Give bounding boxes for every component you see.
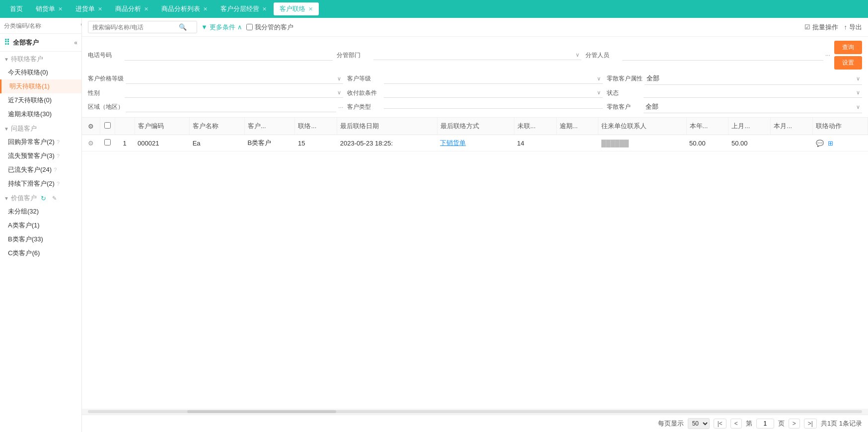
payment-chevron-icon: ∨ xyxy=(597,89,601,96)
status-select[interactable]: ∨ xyxy=(644,88,862,98)
phone-input[interactable] xyxy=(125,50,333,61)
action-buttons: 查询 设置 xyxy=(834,41,862,70)
nav-customer-contact[interactable]: 客户联络 ✕ xyxy=(274,2,319,15)
query-button[interactable]: 查询 xyxy=(834,41,862,54)
value-arrow-icon[interactable]: ▼ xyxy=(4,196,9,201)
sidebar-item-churn-warning[interactable]: 流失预警客户(3) ? xyxy=(0,149,81,163)
sidebar-item-repurchase-abnormal[interactable]: 回购异常客户(2) ? xyxy=(0,135,81,149)
close-customer-contact-icon[interactable]: ✕ xyxy=(308,6,313,12)
prev-page-button[interactable]: < xyxy=(730,419,742,429)
action-more-icon[interactable]: ⊞ xyxy=(828,140,833,147)
sidebar-all-icon: ⠿ xyxy=(4,38,10,47)
gender-chevron-icon: ∨ xyxy=(337,89,341,96)
sidebar-item-overdue-pending[interactable]: 逾期未联络(30) xyxy=(0,107,81,121)
settings-button[interactable]: 设置 xyxy=(834,56,862,70)
close-customer-tier-icon[interactable]: ✕ xyxy=(262,6,267,12)
row-last-month: 50.00 xyxy=(728,135,771,151)
filter-icon: ▼ xyxy=(201,23,208,31)
batch-operations-button[interactable]: ☑ 批量操作 xyxy=(804,23,838,32)
gender-select[interactable]: ∨ xyxy=(125,88,343,98)
retail-attr-select[interactable]: 全部 ∨ xyxy=(645,72,862,85)
customer-level-chevron-icon: ∨ xyxy=(337,75,341,82)
filter-more-button[interactable]: ▼ 更多条件 ∧ xyxy=(201,23,242,32)
area-input[interactable] xyxy=(126,102,336,112)
customer-type-select[interactable] xyxy=(384,105,602,109)
nav-product-analysis[interactable]: 商品分析 ✕ xyxy=(109,2,154,15)
search-icon[interactable]: 🔍 xyxy=(179,23,187,31)
retail-customer-select[interactable]: 全部 ∨ xyxy=(644,101,862,113)
close-product-analysis-icon[interactable]: ✕ xyxy=(144,6,148,12)
page-size-select[interactable]: 50 xyxy=(688,418,710,429)
th-check xyxy=(100,118,115,135)
sidebar-value-section: ▼ 价值客户 ↻ ✎ xyxy=(0,191,81,205)
close-sales-order-icon[interactable]: ✕ xyxy=(58,6,63,12)
th-customer-type: 客户... xyxy=(244,118,295,135)
retail-attr-chevron-icon: ∨ xyxy=(856,75,860,82)
sidebar-problem-section: ▼ 问题客户 xyxy=(0,121,81,135)
th-overdue: 逾期... xyxy=(556,118,598,135)
nav-product-analysis-list[interactable]: 商品分析列表 ✕ xyxy=(155,2,214,15)
first-page-button[interactable]: |< xyxy=(714,419,726,429)
customer-grade-select[interactable]: ∨ xyxy=(384,74,602,84)
close-product-analysis-list-icon[interactable]: ✕ xyxy=(203,6,208,12)
my-customer-checkbox[interactable] xyxy=(246,24,253,30)
area-more-icon[interactable]: ··· xyxy=(338,104,343,111)
row-uncontacted: 14 xyxy=(514,135,556,151)
search-input[interactable] xyxy=(92,24,177,31)
th-last-date: 最后联络日期 xyxy=(337,118,437,135)
scrollbar-thumb[interactable] xyxy=(187,410,336,413)
value-edit-icon[interactable]: ✎ xyxy=(52,195,57,202)
sidebar-item-b-class[interactable]: B类客户(33) xyxy=(0,232,81,246)
pending-arrow-icon[interactable]: ▼ xyxy=(4,57,9,62)
export-button[interactable]: ↑ 导出 xyxy=(844,23,863,32)
next-page-button[interactable]: > xyxy=(789,419,800,429)
row-checkbox[interactable] xyxy=(104,139,111,145)
th-gear: ⚙ xyxy=(82,118,100,135)
row-gear-icon[interactable]: ⚙ xyxy=(88,140,94,147)
problem-arrow-icon[interactable]: ▼ xyxy=(4,126,9,132)
dept-chevron-icon: ∨ xyxy=(576,52,579,58)
sidebar-item-tomorrow-pending[interactable]: 明天待联络(1) xyxy=(0,79,81,93)
action-comment-icon[interactable]: 💬 xyxy=(816,140,824,147)
filter-retail-customer: 零散客户 全部 ∨ xyxy=(607,101,862,113)
th-last-month: 上月... xyxy=(728,118,771,135)
filter-retail-attr: 零散客户属性 全部 ∨ xyxy=(607,72,862,85)
filter-panel: 电话号码 分管部门 ∨ 分管人员 ··· 查询 设置 xyxy=(82,37,868,118)
content-area: 🔍 ▼ 更多条件 ∧ 我分管的客户 ☑ 批量操作 ↑ 导出 xyxy=(82,18,868,432)
th-uncontacted: 未联... xyxy=(514,118,556,135)
person-input[interactable] xyxy=(622,50,823,61)
sidebar-search-input[interactable] xyxy=(4,22,78,29)
search-bar: 🔍 xyxy=(88,21,197,33)
select-all-checkbox[interactable] xyxy=(104,122,111,129)
page-number-input[interactable] xyxy=(756,419,774,429)
th-customer-code: 客户编码 xyxy=(135,118,190,135)
help-churn-warning-icon: ? xyxy=(57,153,60,159)
sidebar-collapse-icon[interactable]: « xyxy=(74,39,77,46)
sidebar-item-churned[interactable]: 已流失客户(24) ? xyxy=(0,163,81,177)
person-more-icon[interactable]: ··· xyxy=(825,52,830,59)
last-page-button[interactable]: >| xyxy=(804,419,817,429)
value-refresh-icon[interactable]: ↻ xyxy=(41,195,46,202)
nav-home[interactable]: 首页 xyxy=(4,2,29,15)
help-repurchase-icon: ? xyxy=(57,139,60,145)
customer-level-select[interactable]: ∨ xyxy=(126,74,343,84)
nav-sales-order[interactable]: 销货单 ✕ xyxy=(30,2,69,15)
sidebar-item-today-pending[interactable]: 今天待联络(0) xyxy=(0,66,81,79)
sidebar-item-a-class[interactable]: A类客户(1) xyxy=(0,218,81,232)
horizontal-scrollbar[interactable] xyxy=(82,409,868,415)
sidebar-item-c-class[interactable]: C类客户(6) xyxy=(0,246,81,260)
export-icon: ↑ xyxy=(844,23,848,31)
sidebar-item-unclassified[interactable]: 未分组(32) xyxy=(0,205,81,218)
close-purchase-order-icon[interactable]: ✕ xyxy=(98,6,102,12)
nav-customer-tier[interactable]: 客户分层经营 ✕ xyxy=(215,2,273,15)
sidebar-item-declining[interactable]: 持续下滑客户(2) ? xyxy=(0,177,81,191)
my-customer-checkbox-area[interactable]: 我分管的客户 xyxy=(246,23,293,32)
th-unit-contact: 往来单位联系人 xyxy=(598,118,686,135)
nav-purchase-order[interactable]: 进货单 ✕ xyxy=(70,2,108,15)
th-contact-count: 联络... xyxy=(295,118,337,135)
dept-select[interactable]: ∨ xyxy=(373,50,581,60)
payment-select[interactable]: ∨ xyxy=(384,88,602,98)
sidebar-all-customers[interactable]: ⠿ 全部客户 « xyxy=(0,34,81,52)
sidebar-item-week-pending[interactable]: 近7天待联络(0) xyxy=(0,93,81,107)
row-contact: 15 xyxy=(295,135,337,151)
